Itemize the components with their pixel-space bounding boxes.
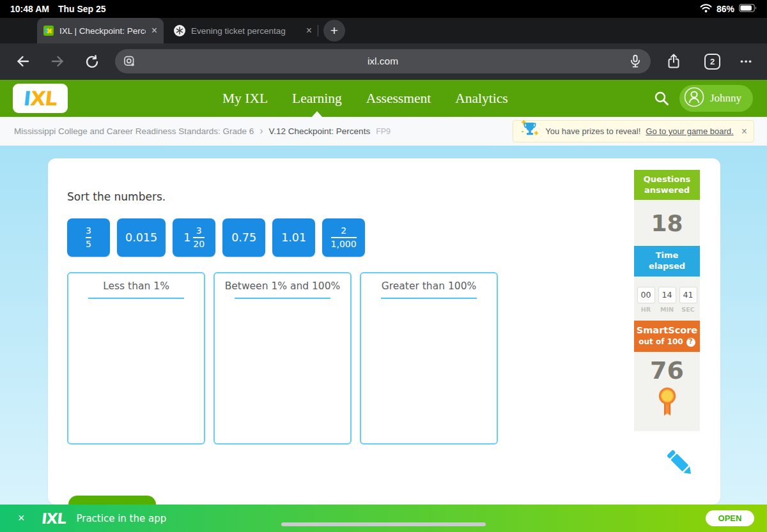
game-board-link[interactable]: Go to your game board. <box>646 126 733 136</box>
time-hr-label: HR <box>637 306 655 313</box>
banner-ixl-logo: IXL <box>40 510 66 527</box>
bin-underline <box>381 298 477 299</box>
open-app-button[interactable]: OPEN <box>706 510 754 526</box>
nav-learning[interactable]: Learning <box>292 80 342 117</box>
time-min-label: MIN <box>658 306 676 313</box>
award-ribbon-icon <box>634 386 700 423</box>
trophy-icon <box>520 118 540 141</box>
smartscore-value: 76 <box>634 358 700 383</box>
browser-tab-active[interactable]: IXL | Checkpoint: Percen × <box>37 18 164 43</box>
wifi-icon <box>700 4 712 15</box>
tile-three-fifths[interactable]: 3 5 <box>67 218 110 257</box>
skill-code: FP9 <box>376 127 391 136</box>
question-prompt: Sort the numbers. <box>67 190 166 203</box>
time-hr-value: 00 <box>637 287 655 303</box>
active-tab-caret <box>312 111 322 117</box>
user-avatar-icon <box>684 87 704 110</box>
sort-bins: Less than 1% Between 1% and 100% Greater… <box>67 272 498 445</box>
prize-close-icon[interactable]: × <box>741 126 747 137</box>
questions-answered-value: 18 <box>651 210 683 236</box>
smartscore-header: SmartScore out of 100 ? <box>634 321 700 353</box>
practice-background: Sort the numbers. 3 5 0.015 1 3 20 <box>0 146 767 505</box>
number-tiles: 3 5 0.015 1 3 20 0.75 <box>67 218 365 257</box>
reload-button[interactable] <box>83 52 101 70</box>
banner-message: Practice in the app <box>76 513 166 524</box>
nav-my-ixl[interactable]: My IXL <box>222 80 268 117</box>
submit-button-partial[interactable] <box>68 496 156 505</box>
help-icon[interactable]: ? <box>686 338 695 347</box>
prize-notification: You have prizes to reveal! Go to your ga… <box>513 120 754 142</box>
time-elapsed-panel: 00 14 41 HR MIN SEC <box>634 277 700 321</box>
bin-less-than-1-percent[interactable]: Less than 1% <box>67 272 205 445</box>
tile-mixed-1-3-20[interactable]: 1 3 20 <box>173 218 215 257</box>
user-account-button[interactable]: Johnny <box>679 85 753 112</box>
ixl-favicon-icon <box>43 26 54 36</box>
smartscore-panel: 76 <box>634 352 700 431</box>
tab-divider <box>318 25 318 36</box>
microphone-icon[interactable] <box>628 54 643 72</box>
nav-analytics[interactable]: Analytics <box>455 80 507 117</box>
battery-icon <box>739 4 757 14</box>
bin-underline <box>88 298 184 299</box>
tile-two-thousandths[interactable]: 2 1,000 <box>322 218 365 257</box>
scoreboard: Questions answered 18 Time elapsed 00 14… <box>634 170 700 431</box>
scratchpad-pencil-icon[interactable] <box>662 445 699 484</box>
time-min-value: 14 <box>658 287 676 303</box>
more-menu-button[interactable]: ••• <box>734 52 759 70</box>
back-button[interactable] <box>14 52 32 70</box>
tab-title: Evening ticket percentag <box>191 26 300 36</box>
username: Johnny <box>710 92 741 105</box>
share-button[interactable] <box>665 52 683 70</box>
browser-tab-inactive[interactable]: Evening ticket percentag × <box>167 18 318 43</box>
tab-switcher-button[interactable]: 2 <box>704 54 720 70</box>
bin-underline <box>235 298 330 299</box>
ixl-logo[interactable]: IXL <box>13 84 68 113</box>
chevron-right-icon: › <box>260 125 263 137</box>
chatgpt-favicon-icon <box>174 25 185 36</box>
time-sec-value: 41 <box>679 287 697 303</box>
app-install-banner: × IXL Practice in the app OPEN <box>0 505 767 532</box>
time-elapsed-header: Time elapsed <box>634 246 700 276</box>
ixl-header: IXL My IXL Learning Assessment Analytics <box>0 80 767 117</box>
clock: 10:48 AM <box>10 4 49 14</box>
nav-assessment[interactable]: Assessment <box>366 80 431 117</box>
breadcrumb: Mississippi College and Career Readiness… <box>14 117 391 146</box>
breadcrumb-bar: Mississippi College and Career Readiness… <box>0 117 767 146</box>
tab-title: IXL | Checkpoint: Percen <box>59 26 146 36</box>
question-card: Sort the numbers. 3 5 0.015 1 3 20 <box>48 158 720 505</box>
tile-1-01[interactable]: 1.01 <box>272 218 315 257</box>
bin-greater-than-100-percent[interactable]: Greater than 100% <box>360 272 498 445</box>
new-tab-button[interactable]: + <box>323 20 345 42</box>
questions-answered-header: Questions answered <box>634 170 700 200</box>
tile-0-015[interactable]: 0.015 <box>117 218 166 257</box>
main-nav: My IXL Learning Assessment Analytics <box>222 80 508 117</box>
status-bar: 10:48 AM Thu Sep 25 86% <box>0 0 767 18</box>
breadcrumb-current-skill: V.12 Checkpoint: Percents <box>269 126 371 136</box>
battery-percent: 86% <box>717 4 734 14</box>
url-text: ixl.com <box>115 56 651 67</box>
time-sec-label: SEC <box>679 306 697 313</box>
tile-0-75[interactable]: 0.75 <box>222 218 265 257</box>
breadcrumb-standards-link[interactable]: Mississippi College and Career Readiness… <box>14 126 254 136</box>
prize-message: You have prizes to reveal! <box>545 126 640 136</box>
browser-tab-strip: IXL | Checkpoint: Percen × Evening ticke… <box>0 18 767 43</box>
browser-toolbar: ixl.com 2 ••• <box>0 43 767 80</box>
banner-close-icon[interactable]: × <box>18 512 25 525</box>
forward-button[interactable] <box>49 52 66 70</box>
tab-close-icon[interactable]: × <box>151 26 157 36</box>
address-bar[interactable]: ixl.com <box>115 49 651 73</box>
tab-close-icon[interactable]: × <box>306 26 312 36</box>
date: Thu Sep 25 <box>58 4 106 14</box>
search-icon[interactable] <box>653 90 670 109</box>
home-indicator[interactable] <box>281 522 486 526</box>
bin-between-1-and-100-percent[interactable]: Between 1% and 100% <box>213 272 352 445</box>
